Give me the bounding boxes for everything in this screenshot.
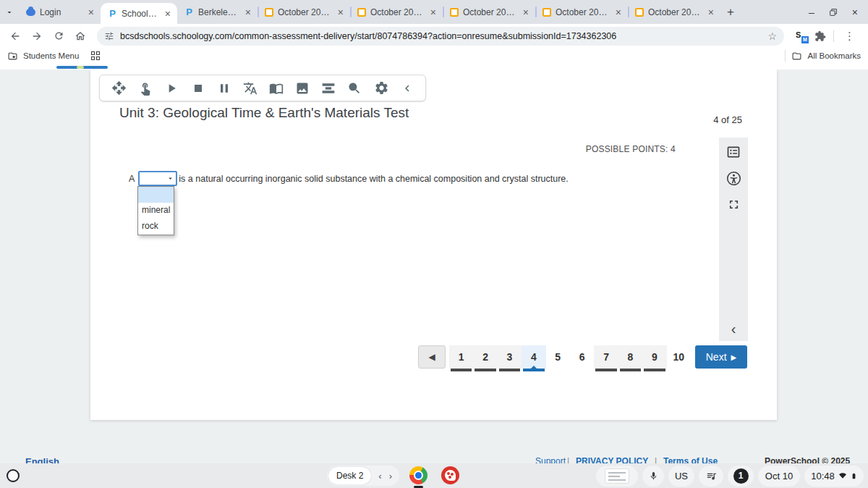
tab-october-1[interactable]: October 2025 - G × (258, 0, 350, 24)
tab-october-2[interactable]: October 2025 - G × (350, 0, 443, 24)
tab-search-button[interactable] (0, 0, 19, 24)
answer-dropdown[interactable] (138, 171, 177, 186)
footer-privacy-link[interactable]: PRIVACY POLICY (576, 456, 648, 463)
home-button[interactable] (71, 27, 90, 46)
tab-close-icon[interactable]: × (86, 7, 96, 17)
status-tray: US 1 Oct 10 10:48 (596, 465, 864, 487)
tab-label: October 2025 - G (556, 7, 609, 17)
dropdown-option-mineral[interactable]: mineral (138, 203, 174, 219)
tab-schoology[interactable]: P Schoology × (101, 3, 177, 24)
system-tray-button[interactable]: 10:48 (804, 466, 864, 487)
pager-item-10[interactable]: 10 (667, 345, 691, 369)
test-title: Unit 3: Geological Time & Earth's Materi… (119, 105, 409, 121)
collapse-toolbar-icon[interactable] (401, 82, 414, 95)
accessibility-icon[interactable] (726, 171, 741, 186)
tab-label: October 2025 - G (278, 7, 331, 17)
pointer-tool-icon[interactable] (138, 81, 153, 96)
calendar-icon (357, 8, 366, 17)
move-tool-icon[interactable] (111, 80, 127, 96)
pause-audio-icon[interactable] (217, 81, 231, 96)
tab-berkeley[interactable]: P Berkeley Beta Clu × (177, 0, 258, 24)
tab-october-5[interactable]: October 2025 - G × (628, 0, 720, 24)
dropdown-option-blank[interactable] (138, 187, 174, 203)
bookmark-students-menu[interactable]: Students Menu (7, 51, 100, 61)
footer-language-link[interactable]: English (25, 456, 59, 463)
line-reader-tool-icon[interactable] (321, 81, 336, 96)
dictionary-tool-icon[interactable] (269, 81, 284, 96)
tab-label: Login (40, 7, 82, 17)
question-list-icon[interactable] (726, 145, 741, 159)
desk-forward-icon[interactable]: › (389, 471, 392, 481)
reload-button[interactable] (49, 27, 68, 46)
pager-item-3[interactable]: 3 (498, 345, 522, 369)
launcher-button[interactable] (7, 469, 20, 482)
microphone-icon (649, 471, 658, 481)
tab-close-icon[interactable]: × (521, 7, 531, 17)
securly-extension-icon[interactable]: SM (796, 30, 807, 42)
settings-gear-icon[interactable] (374, 80, 389, 96)
zoom-text-tool-icon[interactable]: A (347, 81, 362, 96)
chrome-app-icon[interactable] (409, 466, 427, 484)
picture-tool-icon[interactable] (295, 81, 310, 96)
chrome-running-indicator (414, 486, 423, 488)
new-tab-button[interactable]: + (720, 0, 741, 24)
home-icon (75, 30, 86, 42)
folder-icon (791, 51, 802, 61)
bookmark-star-icon[interactable]: ☆ (767, 30, 777, 42)
tab-login[interactable]: Login × (19, 0, 101, 24)
browser-menu-icon[interactable]: ⋮ (841, 30, 858, 43)
notification-counter[interactable]: 1 (728, 466, 754, 487)
tab-label: October 2025 - G (463, 7, 516, 17)
pager-item-2[interactable]: 2 (473, 345, 497, 369)
pager-item-5[interactable]: 5 (546, 345, 570, 369)
tab-october-4[interactable]: October 2025 - G × (535, 0, 628, 24)
close-window-button[interactable]: × (852, 7, 858, 17)
all-bookmarks-button[interactable]: All Bookmarks (785, 50, 861, 62)
tab-october-3[interactable]: October 2025 - G × (443, 0, 535, 24)
tab-close-icon[interactable]: × (428, 7, 438, 17)
translate-tool-icon[interactable] (243, 81, 258, 96)
minimize-button[interactable]: – (809, 7, 814, 17)
date-button[interactable]: Oct 10 (758, 466, 800, 487)
tab-close-icon[interactable]: × (613, 7, 624, 17)
previous-question-button[interactable]: ◀ (418, 345, 446, 369)
pager-item-4-current[interactable]: 4 (522, 345, 545, 369)
pager-item-1[interactable]: 1 (449, 345, 473, 369)
play-audio-icon[interactable] (164, 81, 179, 96)
stop-audio-icon[interactable] (191, 81, 205, 96)
fullscreen-icon[interactable] (727, 198, 741, 211)
tab-close-icon[interactable]: × (243, 7, 253, 17)
back-button[interactable] (6, 27, 25, 46)
battery-icon (851, 471, 857, 481)
back-icon (9, 30, 21, 42)
collapse-panel-icon[interactable]: ‹ (731, 322, 736, 335)
desk-back-icon[interactable]: ‹ (378, 471, 381, 481)
notification-count: 1 (733, 468, 749, 484)
next-question-button[interactable]: Next ▶ (695, 345, 747, 369)
tab-close-icon[interactable]: × (336, 7, 346, 17)
forward-button[interactable] (27, 27, 46, 46)
footer-terms-link[interactable]: Terms of Use (663, 456, 718, 463)
pager-item-8[interactable]: 8 (618, 345, 642, 369)
media-controls-button[interactable] (699, 466, 723, 487)
desk-label[interactable]: Desk 2 (328, 467, 371, 484)
site-settings-icon[interactable] (104, 31, 114, 41)
extensions-puzzle-icon[interactable] (814, 30, 826, 42)
keyboard-layout-button[interactable]: US (668, 466, 694, 487)
tab-close-icon[interactable]: × (163, 9, 173, 19)
url-text[interactable]: bcsdschools.schoology.com/common-assessm… (120, 31, 762, 41)
pager-item-7[interactable]: 7 (594, 345, 618, 369)
restore-button[interactable] (829, 8, 838, 17)
pager-item-6[interactable]: 6 (570, 345, 594, 369)
footer-support-link[interactable]: Support (535, 456, 566, 463)
tab-label: Berkeley Beta Clu (198, 7, 239, 17)
canvas-app-icon[interactable] (441, 466, 459, 484)
address-bar[interactable]: bcsdschools.schoology.com/common-assessm… (97, 27, 784, 46)
microphone-button[interactable] (642, 466, 664, 487)
apps-grid-icon[interactable] (91, 51, 100, 60)
screenshot-preview[interactable] (596, 466, 638, 487)
dropdown-option-rock[interactable]: rock (138, 219, 174, 235)
tab-close-icon[interactable]: × (706, 7, 716, 17)
pager-item-9[interactable]: 9 (642, 345, 666, 369)
question-suffix: is a natural occurring inorganic solid s… (179, 174, 568, 184)
